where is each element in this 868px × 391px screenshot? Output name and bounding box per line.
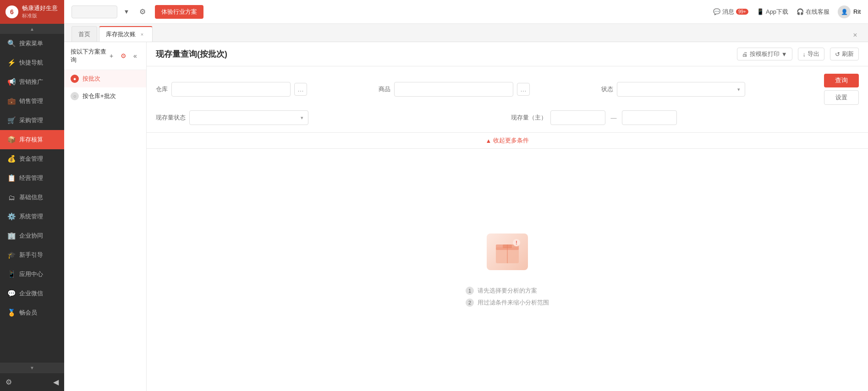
warehouse-input[interactable] [171,82,291,97]
topbar-right: 💬 消息 99+ 📱 App下载 🎧 在线客服 👤 Rit [713,5,861,18]
basic-icon: 🗂 [7,193,16,201]
home-tab-label: 首页 [78,30,90,38]
sidebar-item-enterprise[interactable]: 🏢 企业协同 [0,226,64,245]
topbar-left: ▼ ⚙ [71,5,149,19]
status-field: 状态 ▾ [601,82,817,97]
tab-close-btn[interactable]: × [138,31,146,38]
member-icon: 🏅 [7,309,16,317]
app-title-block: 畅康通好生意 标准版 [22,5,58,19]
message-btn[interactable]: 💬 消息 99+ [713,8,748,16]
dropdown-icon: ▼ [124,8,130,15]
scheme-add-btn[interactable]: + [107,51,116,60]
topbar-search-input[interactable] [71,5,117,18]
sidebar-item-inventory[interactable]: 📦 库存核算 [0,130,64,149]
sidebar-item-label: 搜索菜单 [19,39,43,48]
finance-icon: 💰 [7,155,16,163]
sidebar-item-system[interactable]: ⚙️ 系统管理 [0,207,64,226]
svg-rect-3 [503,244,512,248]
sidebar-item-marketing[interactable]: 📢 营销推广 [0,72,64,92]
sidebar-item-label: 新手引导 [19,251,43,259]
hint-1-number: 1 [466,287,474,295]
collapse-btn-label: 收起更多条件 [493,136,529,145]
inventory-qty-max-input[interactable] [622,110,677,125]
status-label: 状态 [601,85,613,93]
qty-separator: — [609,114,618,121]
topbar-gear-btn[interactable]: ⚙ [136,5,149,19]
sidebar-scroll-down[interactable]: ▼ [0,363,64,373]
settings-icon[interactable]: ⚙ [5,378,12,386]
sidebar-item-wechat[interactable]: 💬 企业微信 [0,284,64,303]
print-btn[interactable]: 🖨 按模板打印 ▼ [737,48,792,60]
topbar-dropdown-btn[interactable]: ▼ [121,6,132,17]
scheme-item-batch[interactable]: ● 按批次 [64,70,146,87]
tab-home[interactable]: 首页 [71,26,97,42]
goods-input[interactable] [394,82,513,97]
tabbar-close-all-btn[interactable]: × [850,29,861,40]
shortcut-icon: ⚡ [7,59,16,67]
scheme-settings-btn[interactable]: ⚙ [119,51,128,60]
scheme-active-icon: ● [71,75,79,83]
scheme-panel-actions: + ⚙ « [107,51,140,60]
message-label: 消息 [722,8,734,16]
status-select[interactable]: ▾ [617,82,745,97]
page-title: 现存量查询(按批次) [156,49,227,60]
sidebar-item-label: 库存核算 [19,136,43,144]
inventory-qty-min-input[interactable] [550,110,605,125]
sidebar-item-label: 采购管理 [19,116,43,125]
scheme-item-label: 按仓库+批次 [82,92,116,100]
app-download-icon: 📱 [757,8,764,15]
scheme-item-label: 按批次 [82,75,100,83]
scheme-item-warehouse-batch[interactable]: ○ 按仓库+批次 [64,87,146,105]
inventory-status-dropdown-icon: ▾ [301,115,303,121]
sidebar-bottom: ⚙ ◀ [0,373,64,391]
tab-inventory-batch[interactable]: 库存批次账 × [99,26,153,42]
empty-hint-2: 2 用过滤条件来缩小分析范围 [466,299,549,307]
filter-settings-btn[interactable]: 设置 [824,90,859,105]
user-menu-btn[interactable]: 👤 Rit [838,5,861,18]
experience-btn[interactable]: 体验行业方案 [155,5,203,19]
print-btn-label: 按模板打印 [750,50,780,58]
online-service-btn[interactable]: 🎧 在线客服 [797,8,830,16]
sidebar-item-operations[interactable]: 📋 经营管理 [0,168,64,188]
export-btn[interactable]: ↓ 导出 [798,48,825,60]
content-area: 按以下方案查询 + ⚙ « ● 按批次 ○ 按仓库+批次 现存量查询(按批次) [64,42,868,391]
app-logo: 6 [5,5,18,18]
sidebar-item-shortcut[interactable]: ⚡ 快捷导航 [0,53,64,72]
sidebar-item-basic[interactable]: 🗂 基础信息 [0,188,64,207]
collapse-more-btn[interactable]: ▲ 收起更多条件 [147,133,868,149]
sidebar-item-finance[interactable]: 💰 资金管理 [0,149,64,168]
warehouse-label: 仓库 [156,85,168,93]
query-btn[interactable]: 查询 [824,74,859,87]
scheme-collapse-btn[interactable]: « [131,51,140,60]
sidebar-item-member[interactable]: 🏅 畅会员 [0,303,64,322]
sidebar-item-search[interactable]: 🔍 搜索菜单 [0,34,64,53]
warehouse-ellipsis-btn[interactable]: … [294,83,307,96]
app-download-btn[interactable]: 📱 App下载 [757,8,788,16]
sidebar-item-sales[interactable]: 💼 销售管理 [0,92,64,111]
inventory-status-select[interactable]: ▾ [189,110,308,125]
refresh-btn[interactable]: ↺ 刷新 [830,48,859,60]
sidebar-item-appstore[interactable]: 📱 应用中心 [0,265,64,284]
warehouse-field: 仓库 … [156,82,371,97]
online-service-label: 在线客服 [806,8,830,16]
refresh-icon: ↺ [835,51,840,58]
wechat-icon: 💬 [7,289,16,298]
app-download-label: App下载 [766,8,788,16]
goods-ellipsis-btn[interactable]: … [517,83,530,96]
sidebar-scroll-up[interactable]: ▲ [0,24,64,34]
query-action-group: 查询 设置 [824,74,859,105]
appstore-icon: 📱 [7,270,16,278]
print-dropdown-icon[interactable]: ▼ [781,51,787,58]
avatar-placeholder: 👤 [841,9,848,15]
sidebar-item-newbie[interactable]: 🎓 新手引导 [0,245,64,265]
collapse-sidebar-icon[interactable]: ◀ [53,378,59,386]
sidebar-item-purchase[interactable]: 🛒 采购管理 [0,111,64,130]
hint-2-text: 用过滤条件来缩小分析范围 [478,299,549,307]
scheme-inactive-icon: ○ [71,92,79,100]
sidebar-item-label: 销售管理 [19,97,43,105]
goods-label: 商品 [379,85,390,93]
goods-field: 商品 … [379,82,594,97]
inventory-qty-field: 现存量（主） — [511,110,859,125]
print-icon: 🖨 [742,51,748,58]
app-subtitle: 标准版 [22,12,58,19]
